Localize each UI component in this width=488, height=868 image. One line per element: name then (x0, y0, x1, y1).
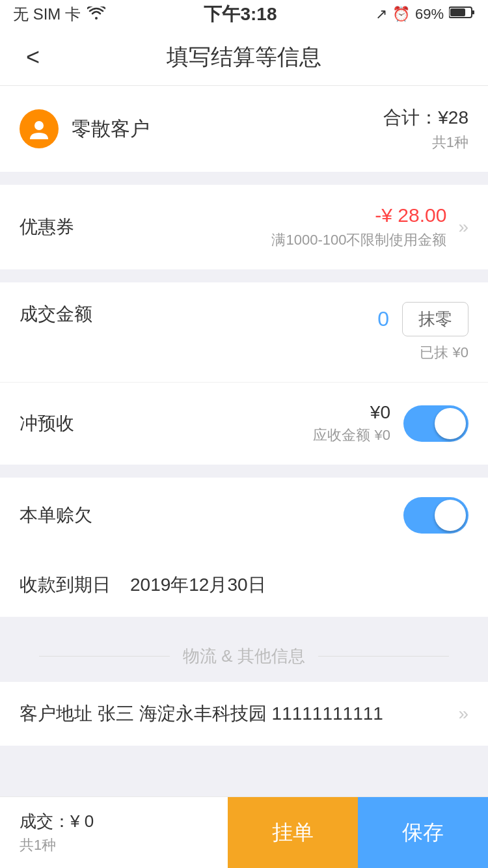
coupon-label: 优惠券 (20, 215, 74, 239)
total-amount: 合计：¥28 (383, 105, 468, 130)
summary-amount: ¥ 0 (70, 811, 94, 831)
address-row[interactable]: 客户地址 张三 海淀永丰科技园 11111111111 » (0, 682, 488, 746)
address-card[interactable]: 客户地址 张三 海淀永丰科技园 11111111111 » (0, 682, 488, 746)
debt-label: 本单赊欠 (20, 503, 92, 528)
toggle-circle (435, 408, 466, 439)
coupon-card[interactable]: 优惠券 -¥ 28.00 满1000-100不限制使用金额 » (0, 185, 488, 269)
customer-avatar (20, 109, 59, 148)
prepayment-values: ¥0 应收金额 ¥0 (313, 402, 390, 445)
battery-icon (449, 6, 475, 23)
bottom-summary-count: 共1种 (20, 835, 208, 855)
debt-toggle[interactable] (403, 497, 468, 534)
already-rounded-label: 已抹 ¥0 (420, 343, 468, 362)
coupon-desc: 满1000-100不限制使用金额 (271, 230, 446, 250)
save-button[interactable]: 保存 (358, 797, 488, 869)
transaction-value: 0 (377, 307, 389, 331)
transaction-sub: 已抹 ¥0 (0, 343, 488, 382)
status-time: 下午3:18 (204, 2, 277, 27)
nav-bar: < 填写结算等信息 (0, 29, 488, 86)
customer-row: 零散客户 合计：¥28 共1种 (0, 86, 488, 172)
alarm-icon: ⏰ (392, 6, 410, 23)
logistics-label: 物流 & 其他信息 (170, 645, 318, 668)
duedate-value: 2019年12月30日 (130, 573, 266, 597)
customer-name: 零散客户 (72, 116, 150, 142)
coupon-right: -¥ 28.00 满1000-100不限制使用金额 » (271, 204, 468, 250)
prepayment-toggle[interactable] (403, 405, 468, 442)
transaction-card: 成交金额 0 抹零 已抹 ¥0 冲预收 ¥0 应收金额 ¥0 (0, 282, 488, 465)
total-count: 共1种 (383, 133, 468, 152)
address-label: 客户地址 (20, 701, 98, 726)
main-content: 零散客户 合计：¥28 共1种 优惠券 -¥ 28.00 满1000-100不限… (0, 86, 488, 837)
bottom-bar: 成交：¥ 0 共1种 挂单 保存 (0, 796, 488, 868)
debt-row: 本单赊欠 (0, 478, 488, 553)
bottom-summary-amount: 成交：¥ 0 (20, 810, 208, 833)
svg-rect-2 (450, 8, 465, 16)
coupon-row[interactable]: 优惠券 -¥ 28.00 满1000-100不限制使用金额 » (0, 185, 488, 269)
coupon-chevron-icon: » (458, 217, 468, 237)
prepayment-sub: 应收金额 ¥0 (313, 426, 390, 445)
duedate-label: 收款到期日 (20, 573, 111, 597)
address-value: 张三 海淀永丰科技园 11111111111 (98, 701, 453, 726)
prepayment-right: ¥0 应收金额 ¥0 (313, 402, 468, 445)
summary-label: 成交： (20, 811, 70, 831)
logistics-divider: 物流 & 其他信息 (0, 630, 488, 682)
hang-order-button[interactable]: 挂单 (228, 797, 358, 869)
battery-label: 69% (415, 6, 444, 23)
address-chevron-icon: » (458, 703, 468, 724)
customer-left: 零散客户 (20, 109, 150, 148)
bottom-summary: 成交：¥ 0 共1种 (0, 810, 228, 855)
no-sim-label: 无 SIM 卡 (13, 4, 81, 25)
coupon-discount: -¥ 28.00 (271, 204, 446, 226)
round-zero-button[interactable]: 抹零 (402, 302, 468, 336)
status-bar: 无 SIM 卡 下午3:18 ↗ ⏰ 69% (0, 0, 488, 29)
customer-total: 合计：¥28 共1种 (383, 105, 468, 152)
prepayment-row: 冲预收 ¥0 应收金额 ¥0 (0, 382, 488, 465)
svg-point-3 (34, 121, 44, 130)
page-title: 填写结算等信息 (167, 42, 321, 72)
duedate-row: 收款到期日 2019年12月30日 (0, 553, 488, 617)
status-left: 无 SIM 卡 (13, 4, 105, 25)
debt-card: 本单赊欠 收款到期日 2019年12月30日 (0, 478, 488, 617)
toggle-circle-2 (435, 500, 466, 531)
wifi-icon (87, 5, 105, 23)
transaction-label: 成交金额 (20, 302, 92, 327)
transaction-row: 成交金额 0 抹零 (0, 282, 488, 343)
back-button[interactable]: < (20, 37, 46, 77)
location-icon: ↗ (375, 6, 387, 23)
prepayment-amount: ¥0 (313, 402, 390, 423)
status-right: ↗ ⏰ 69% (375, 6, 475, 23)
customer-card: 零散客户 合计：¥28 共1种 (0, 86, 488, 172)
prepayment-label: 冲预收 (20, 411, 74, 436)
svg-rect-1 (472, 10, 474, 14)
person-icon (27, 117, 51, 141)
